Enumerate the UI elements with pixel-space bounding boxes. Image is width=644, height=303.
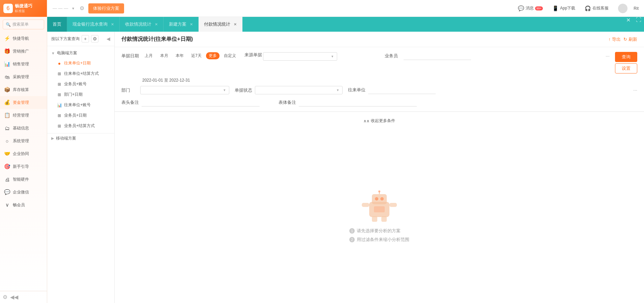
filter-area: 单据日期 上月 本月 本年 近7天 更多 自定义 来源单据	[115, 47, 644, 112]
sidebar-item-operation[interactable]: 📋 经营管理	[0, 109, 47, 122]
topbar-online-service[interactable]: 🎧 在线客服	[585, 5, 609, 11]
body-note-label: 表体备注	[279, 99, 296, 105]
page-actions: ↑ 导出 ↻ 刷新	[609, 36, 638, 42]
sidebar-item-finance[interactable]: 💰 资金管理	[0, 96, 47, 109]
tab-bank-flow[interactable]: 现金银行流水查询 ✕	[67, 17, 120, 32]
tab-receipts[interactable]: 收款情况统计 ✕	[120, 17, 164, 32]
mobile-group-label: 移动端方案	[56, 135, 76, 141]
svg-rect-8	[372, 216, 377, 222]
tab-new-scheme[interactable]: 新建方案 ✕	[164, 17, 199, 32]
guide-label: 新手引导	[13, 164, 29, 170]
trial-btn[interactable]: 体验行业方案	[88, 3, 124, 13]
hardware-icon: 🖨	[4, 176, 10, 182]
step-2-num: 2	[349, 237, 355, 242]
scheme-item-dept-date[interactable]: ⊞ 部门+日期	[47, 89, 114, 100]
export-button[interactable]: ↑ 导出	[609, 36, 621, 42]
search-icon: 🔍	[6, 22, 11, 27]
online-service-icon: 🎧	[585, 5, 591, 11]
add-scheme-button[interactable]: +	[82, 35, 89, 42]
member-label: 畅会员	[13, 202, 25, 208]
scheme-settings-button[interactable]: ⚙	[91, 35, 98, 42]
bill-status-select[interactable]: ▾	[255, 86, 343, 94]
username-label: Rit	[634, 6, 639, 11]
operation-label: 经营管理	[13, 113, 29, 118]
dept-arrow-icon: ▾	[224, 88, 226, 92]
sidebar-item-system[interactable]: ○ 系统管理	[0, 134, 47, 147]
window-close-icon[interactable]: ✕	[623, 17, 633, 32]
sidebar-item-purchase[interactable]: 🛍 采购管理	[0, 70, 47, 83]
partner-more-icon[interactable]: ···	[633, 87, 637, 93]
search-menu-label: 搜索菜单	[12, 22, 29, 27]
scheme-dept-date-label: 部门+日期	[64, 92, 83, 97]
collapse-icon[interactable]: ◀◀	[10, 294, 18, 300]
robot-illustration	[359, 190, 400, 224]
marketing-icon: 🎁	[4, 48, 10, 54]
tab-new-scheme-close-icon[interactable]: ✕	[190, 22, 193, 27]
collapse-more-button[interactable]: ∧∧ 收起更多条件	[121, 115, 637, 127]
date-btn-last-month[interactable]: 上月	[142, 52, 156, 60]
page-title: 付款情况统计(往来单位+日期)	[121, 36, 609, 43]
sidebar-item-hardware[interactable]: 🖨 智能硬件	[0, 173, 47, 186]
scheme-item-staff-account[interactable]: ⊞ 业务员+账号	[47, 79, 114, 89]
left-panel: 按以下方案查询 + ⚙ ◀ ▼ 电脑端方案 ● 往来单位+日期 ⊞ 往来单位+结…	[47, 32, 115, 303]
sidebar-item-marketing[interactable]: 🎁 营销推广	[0, 45, 47, 58]
svg-point-2	[375, 197, 378, 201]
sidebar-item-member[interactable]: ∨ 畅会员	[0, 199, 47, 211]
desktop-scheme-group-header[interactable]: ▼ 电脑端方案	[47, 48, 114, 58]
left-panel-collapse-icon[interactable]: ◀	[107, 36, 110, 41]
tab-payments-close-icon[interactable]: ✕	[234, 22, 237, 27]
header-note-input[interactable]	[142, 98, 260, 107]
topbar-app-download[interactable]: 📱 App下载	[552, 5, 575, 11]
filter-staff: 业务员 ···	[385, 52, 610, 60]
scheme-item-staff-settle[interactable]: ⊞ 业务员+结算方式	[47, 121, 114, 131]
date-btn-7days[interactable]: 近7天	[188, 52, 205, 60]
sidebar-item-sales[interactable]: 📊 销售管理	[0, 58, 47, 70]
tab-bank-flow-close-icon[interactable]: ✕	[111, 22, 114, 27]
mobile-scheme-group-header[interactable]: ▶ 移动端方案	[47, 133, 114, 143]
sidebar-item-basic[interactable]: 🗂 基础信息	[0, 122, 47, 134]
date-range-value: 2022-01-01 至 2022-12-31	[142, 78, 190, 83]
scheme-item-partner-settle[interactable]: ⊞ 往来单位+结算方式	[47, 68, 114, 79]
topbar-messages[interactable]: 💬 消息 99+	[518, 5, 543, 11]
member-icon: ∨	[4, 202, 10, 208]
date-btn-this-year[interactable]: 本年	[173, 52, 187, 60]
partner-input[interactable]	[368, 86, 436, 94]
logo-text-block: 畅捷通巧 标准版	[15, 3, 32, 13]
message-icon: 💬	[518, 5, 524, 11]
body-note-input[interactable]	[299, 98, 417, 107]
query-button[interactable]: 查询	[615, 52, 637, 62]
scheme-item-partner-date[interactable]: ● 往来单位+日期	[47, 58, 114, 68]
topbar-chevron-down-icon[interactable]: ▾	[72, 6, 74, 11]
scheme-item-staff-date[interactable]: ⊞ 业务员+日期	[47, 110, 114, 121]
empty-step-2: 2 用过滤条件来缩小分析范围	[349, 237, 409, 243]
sidebar-item-quick-nav[interactable]: ⚡ 快捷导航	[0, 32, 47, 45]
settings-icon[interactable]: ⚙	[3, 294, 7, 300]
purchase-icon: 🛍	[4, 74, 10, 80]
partner-label: 往来单位	[348, 87, 365, 93]
scheme-item-partner-account[interactable]: 📊 往来单位+账号	[47, 100, 114, 110]
staff-input[interactable]	[404, 52, 471, 60]
settings-button[interactable]: 设置	[615, 63, 637, 73]
source-bill-select[interactable]: ▾	[263, 52, 337, 61]
date-range-display: 2022-01-01 至 2022-12-31	[121, 78, 637, 86]
tab-home[interactable]: 首页	[47, 17, 67, 32]
dept-select[interactable]: ▾	[140, 86, 229, 94]
sidebar-item-guide[interactable]: 🎯 新手引导	[0, 160, 47, 173]
date-btn-more[interactable]: 更多	[206, 52, 219, 59]
search-menu-button[interactable]: 🔍 搜索菜单	[3, 20, 44, 29]
tab-payments[interactable]: 付款情况统计 ✕	[199, 17, 242, 32]
staff-more-icon[interactable]: ···	[606, 53, 610, 59]
sidebar-item-enterprise[interactable]: 🤝 企业协同	[0, 147, 47, 160]
sidebar-item-inventory[interactable]: 📦 库存核算	[0, 83, 47, 96]
filter-header-note: 表头备注	[121, 98, 273, 107]
logo-text: 畅捷通巧	[15, 3, 32, 9]
date-btn-this-month[interactable]: 本月	[157, 52, 171, 60]
sidebar-item-wechat[interactable]: 💬 企业微信	[0, 186, 47, 199]
refresh-button[interactable]: ↻ 刷新	[623, 36, 637, 42]
sidebar-footer: ⚙ ◀◀	[0, 291, 47, 303]
scheme-staff-account-label: 业务员+账号	[64, 81, 87, 87]
window-maximize-icon[interactable]: ⛶	[633, 17, 644, 32]
tab-receipts-close-icon[interactable]: ✕	[155, 22, 158, 27]
date-btn-custom[interactable]: 自定义	[221, 52, 239, 60]
topbar-gear-icon[interactable]: ⚙	[80, 5, 84, 11]
